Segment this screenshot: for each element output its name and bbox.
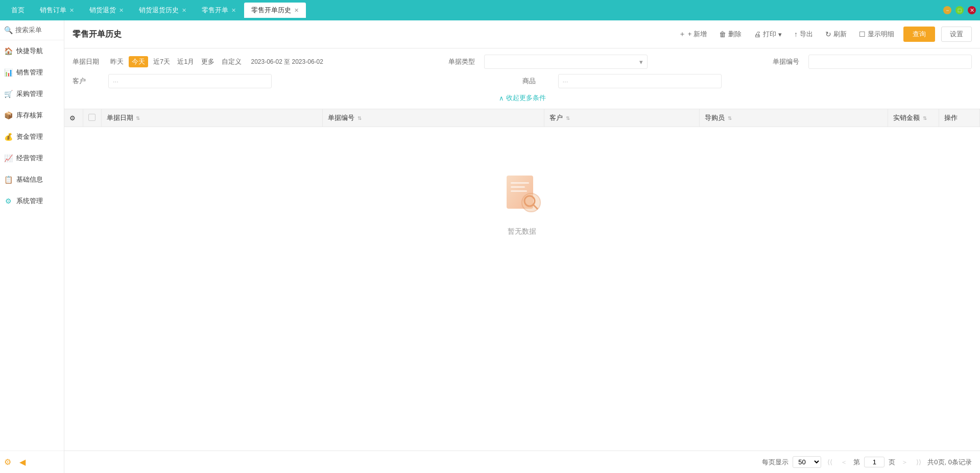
th-settings[interactable]: ⚙	[64, 109, 83, 127]
add-icon: ＋	[679, 30, 686, 39]
collapse-bar[interactable]: ∧ 收起更多条件	[73, 93, 972, 103]
type-label: 单据类型	[448, 57, 484, 66]
collapse-icon: ∧	[499, 94, 504, 102]
page-size-select[interactable]: 10 20 50 100	[793, 456, 821, 468]
empty-state-row: 暂无数据	[64, 127, 980, 278]
settings-bottom-btn[interactable]: ⚙	[4, 457, 11, 467]
nav-icon: 🏠	[4, 47, 12, 55]
table-header-row: ⚙ 单据日期 ⇅ 单据编号 ⇅	[64, 109, 980, 127]
tab-return[interactable]: 销货退货 ✕	[82, 3, 131, 18]
prev-page-btn[interactable]: ＜	[839, 457, 849, 468]
sidebar-item-business[interactable]: 📈 经营管理	[0, 147, 64, 169]
tab-close-retail[interactable]: ✕	[231, 7, 236, 14]
th-salesperson[interactable]: 导购员 ⇅	[700, 109, 888, 127]
maximize-button[interactable]: □	[955, 6, 964, 14]
empty-text: 暂无数据	[508, 227, 536, 236]
goods-placeholder: ···	[563, 78, 568, 85]
th-date[interactable]: 单据日期 ⇅	[101, 109, 323, 127]
print-button[interactable]: 🖨 打印 ▾	[751, 28, 785, 41]
print-dropdown-icon: ▾	[778, 31, 782, 38]
tab-retail-history[interactable]: 零售开单历史 ✕	[244, 3, 306, 18]
finance-icon: 💰	[4, 133, 12, 141]
date-btn-custom[interactable]: 自定义	[220, 56, 244, 67]
svg-rect-1	[511, 182, 529, 184]
customer-placeholder: ···	[113, 78, 118, 85]
tab-home[interactable]: 首页	[4, 3, 32, 18]
select-all-checkbox[interactable]	[88, 114, 95, 121]
purchase-icon: 🛒	[4, 90, 12, 98]
sidebar-item-finance[interactable]: 💰 资金管理	[0, 126, 64, 147]
top-tabbar: 首页 销售订单 ✕ 销货退货 ✕ 销货退货历史 ✕ 零售开单 ✕ 零售开单历史 …	[0, 0, 980, 20]
total-info: 共0页, 0条记录	[927, 458, 972, 467]
th-checkbox[interactable]	[83, 109, 101, 127]
delete-button[interactable]: 🗑 删除	[716, 28, 745, 41]
type-select[interactable]: ▾	[484, 55, 648, 69]
settings-button[interactable]: 设置	[941, 27, 972, 42]
date-btn-today[interactable]: 今天	[129, 56, 148, 67]
display-detail-button[interactable]: ☐ 显示明细	[856, 28, 897, 41]
sidebar-item-system[interactable]: ⚙ 系统管理	[0, 190, 64, 212]
sidebar-bottom: ⚙ ◀	[0, 451, 64, 473]
th-number[interactable]: 单据编号 ⇅	[323, 109, 544, 127]
customer-label: 客户	[73, 77, 108, 86]
query-button[interactable]: 查询	[903, 27, 935, 42]
sidebar-search[interactable]: 🔍 搜索采单	[0, 20, 64, 40]
date-btn-1month[interactable]: 近1月	[175, 56, 196, 67]
goods-label: 商品	[522, 77, 558, 86]
inventory-icon: 📦	[4, 111, 12, 119]
sort-customer-icon: ⇅	[566, 115, 570, 121]
filter-date-btns: 昨天 今天 近7天 近1月 更多 自定义 2023-06-02 至 2023-0…	[108, 56, 323, 67]
sidebar-item-basic[interactable]: 📋 基础信息	[0, 169, 64, 190]
system-icon: ⚙	[4, 197, 12, 205]
export-button[interactable]: ↑ 导出	[791, 28, 816, 41]
customer-input[interactable]: ···	[108, 74, 272, 88]
sidebar-item-sales[interactable]: 📊 销售管理	[0, 62, 64, 83]
delete-icon: 🗑	[719, 30, 726, 38]
data-table: ⚙ 单据日期 ⇅ 单据编号 ⇅	[64, 109, 980, 277]
th-amount[interactable]: 实销金额 ⇅	[888, 109, 939, 127]
date-btn-more[interactable]: 更多	[199, 56, 217, 67]
sidebar-item-purchase[interactable]: 🛒 采购管理	[0, 83, 64, 105]
date-btn-yesterday[interactable]: 昨天	[108, 56, 126, 67]
th-customer[interactable]: 客户 ⇅	[544, 109, 700, 127]
print-icon: 🖨	[754, 30, 761, 38]
tab-close-sales-order[interactable]: ✕	[69, 7, 74, 14]
page-size-label: 每页显示	[762, 458, 788, 467]
current-page-input[interactable]: 1	[864, 457, 885, 467]
th-actions: 操作	[939, 109, 980, 127]
pagination-bar: 每页显示 10 20 50 100 ⟨⟨ ＜ 第 1 页 ＞ ⟩⟩ 共0页, 0…	[64, 451, 980, 473]
tab-return-history[interactable]: 销货退货历史 ✕	[132, 3, 194, 18]
tab-close-return[interactable]: ✕	[119, 7, 124, 14]
tab-retail[interactable]: 零售开单 ✕	[195, 3, 243, 18]
sales-icon: 📊	[4, 68, 12, 77]
close-button[interactable]: ✕	[968, 6, 976, 14]
sidebar-item-inventory[interactable]: 📦 库存核算	[0, 105, 64, 126]
filter-row-customer: 客户 ··· 商品 ···	[73, 74, 972, 88]
date-btn-7days[interactable]: 近7天	[151, 56, 172, 67]
minimize-button[interactable]: －	[943, 6, 951, 14]
tab-close-retail-history[interactable]: ✕	[294, 7, 299, 14]
business-icon: 📈	[4, 154, 12, 162]
first-page-btn[interactable]: ⟨⟨	[825, 457, 834, 467]
basic-icon: 📋	[4, 176, 12, 184]
number-label: 单据编号	[773, 57, 808, 66]
date-label: 单据日期	[73, 57, 108, 66]
next-page-btn[interactable]: ＞	[899, 457, 910, 468]
table-container: ⚙ 单据日期 ⇅ 单据编号 ⇅	[64, 109, 980, 451]
collapse-sidebar-btn[interactable]: ◀	[19, 457, 26, 467]
search-icon: 🔍	[4, 26, 12, 34]
last-page-btn[interactable]: ⟩⟩	[914, 457, 923, 467]
toolbar-actions: ＋ + 新增 🗑 删除 🖨 打印 ▾ ↑ 导出 ↻	[676, 27, 972, 42]
tab-sales-order[interactable]: 销售订单 ✕	[33, 3, 81, 18]
page-header: 零售开单历史 ＋ + 新增 🗑 删除 🖨 打印 ▾ ↑ 导出	[64, 20, 980, 48]
number-input[interactable]	[808, 55, 972, 69]
page-suffix: 页	[889, 458, 895, 467]
tab-close-return-history[interactable]: ✕	[182, 7, 186, 14]
filter-area: 单据日期 昨天 今天 近7天 近1月 更多 自定义 2023-06-02 至 2…	[64, 48, 980, 109]
goods-input[interactable]: ···	[558, 74, 722, 88]
add-button[interactable]: ＋ + 新增	[676, 28, 710, 41]
sidebar-item-nav[interactable]: 🏠 快捷导航	[0, 40, 64, 62]
sort-number-icon: ⇅	[357, 115, 362, 121]
refresh-icon: ↻	[825, 30, 831, 38]
refresh-button[interactable]: ↻ 刷新	[822, 28, 850, 41]
